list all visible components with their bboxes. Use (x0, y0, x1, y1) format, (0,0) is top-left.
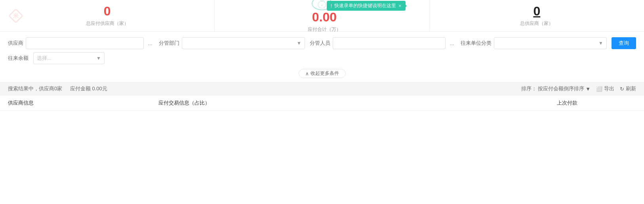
stat-payable-total: ¥ 0.00 应付合计（万） ! 快速录单的快捷键说明在这里 × (215, 0, 429, 31)
supplier-input[interactable] (26, 37, 144, 49)
export-button[interactable]: ⬜ 导出 (596, 85, 614, 92)
department-filter-item: 分管部门 ▼ (159, 37, 305, 49)
person-ellipsis[interactable]: ... (448, 39, 456, 47)
balance-label: 往来余额 (8, 55, 29, 62)
unit-category-select[interactable]: ▼ (494, 37, 607, 49)
person-label: 分管人员 (310, 40, 330, 47)
svg-point-3 (321, 0, 323, 2)
payable-total-number: 0.00 (312, 10, 337, 24)
collapse-label: 收起更多条件 (311, 70, 339, 77)
collapse-up-icon: ∧ (305, 71, 309, 76)
department-label: 分管部门 (159, 40, 179, 47)
person-filter-item: 分管人员 ... (310, 37, 456, 49)
table-col-supplier-info: 供应商信息 (8, 99, 158, 107)
person-input[interactable] (333, 37, 446, 49)
payable-suppliers-label: 总应付供应商（家） (86, 20, 129, 27)
svg-text:¥: ¥ (321, 4, 323, 7)
svg-text:米: 米 (13, 13, 19, 19)
result-amount: 应付金额 0.00元 (70, 86, 107, 92)
unit-category-filter-item: 往来单位分类 ▼ (461, 37, 607, 49)
query-button[interactable]: 查询 (612, 37, 636, 49)
collapse-button[interactable]: ∧ 收起更多条件 (299, 69, 346, 78)
table-content (0, 111, 644, 204)
result-actions: 排序： 按应付会额倒序排序 ▼ ⬜ 导出 ↻ 刷新 (521, 85, 636, 92)
tooltip-close-button[interactable]: × (398, 3, 402, 8)
unit-category-chevron-icon: ▼ (598, 40, 603, 46)
refresh-label: 刷新 (626, 85, 636, 92)
diamond-icon: 米 (8, 8, 24, 24)
department-select[interactable]: ▼ (182, 37, 305, 49)
collapse-row: ∧ 收起更多条件 (8, 67, 636, 79)
tooltip-exclamation: ! (331, 3, 332, 9)
result-info: 搜索结果中，供应商0家 应付金额 0.00元 (8, 85, 107, 92)
tooltip-dot (323, 33, 326, 34)
stat-total-suppliers: 0 总供应商（家） (430, 0, 644, 31)
export-icon: ⬜ (596, 86, 602, 92)
supplier-filter-item: 供应商 ... (8, 37, 154, 49)
filter-row-1: 供应商 ... 分管部门 ▼ 分管人员 ... 往来单位分类 ▼ (8, 37, 636, 49)
sort-chevron-icon: ▼ (585, 86, 591, 92)
table-header: 供应商信息 应付交易信息（占比） 上次付款 (0, 95, 644, 111)
sort-selector[interactable]: 排序： 按应付会额倒序排序 ▼ (521, 85, 591, 92)
table-col-last-payment: 上次付款 (557, 99, 636, 107)
balance-placeholder: 选择... (37, 55, 51, 62)
result-supplier-count: 搜索结果中，供应商0家 (8, 86, 62, 92)
table-col-transaction-info: 应付交易信息（占比） (158, 99, 557, 107)
payable-suppliers-number: 0 (104, 4, 111, 18)
total-suppliers-number: 0 (533, 4, 540, 18)
total-suppliers-label: 总供应商（家） (520, 20, 553, 27)
balance-chevron-icon: ▼ (96, 55, 101, 61)
department-chevron-icon: ▼ (297, 40, 301, 46)
result-bar: 搜索结果中，供应商0家 应付金额 0.00元 排序： 按应付会额倒序排序 ▼ ⬜… (0, 82, 644, 95)
stats-bar: 米 0 总应付供应商（家） ¥ 0.00 应付合计（万） ! 快速录单的快捷键说… (0, 0, 644, 32)
filter-row-2: 往来余额 选择... ▼ (8, 52, 135, 64)
unit-category-label: 往来单位分类 (461, 40, 492, 47)
stat-payable-suppliers: 米 0 总应付供应商（家） (0, 0, 215, 31)
sort-text: 排序： (521, 85, 537, 92)
supplier-ellipsis[interactable]: ... (146, 39, 154, 47)
supplier-label: 供应商 (8, 40, 23, 47)
export-label: 导出 (604, 85, 614, 92)
sort-option-text: 按应付会额倒序排序 (538, 85, 584, 92)
refresh-button[interactable]: ↻ 刷新 (620, 85, 636, 92)
refresh-icon: ↻ (620, 86, 624, 92)
payable-total-label: 应付合计（万） (308, 26, 341, 33)
balance-select[interactable]: 选择... ▼ (33, 52, 105, 64)
filter-area: 供应商 ... 分管部门 ▼ 分管人员 ... 往来单位分类 ▼ (0, 32, 644, 82)
shortcut-tooltip: ! 快速录单的快捷键说明在这里 × (327, 1, 406, 11)
tooltip-text: 快速录单的快捷键说明在这里 (334, 2, 396, 9)
